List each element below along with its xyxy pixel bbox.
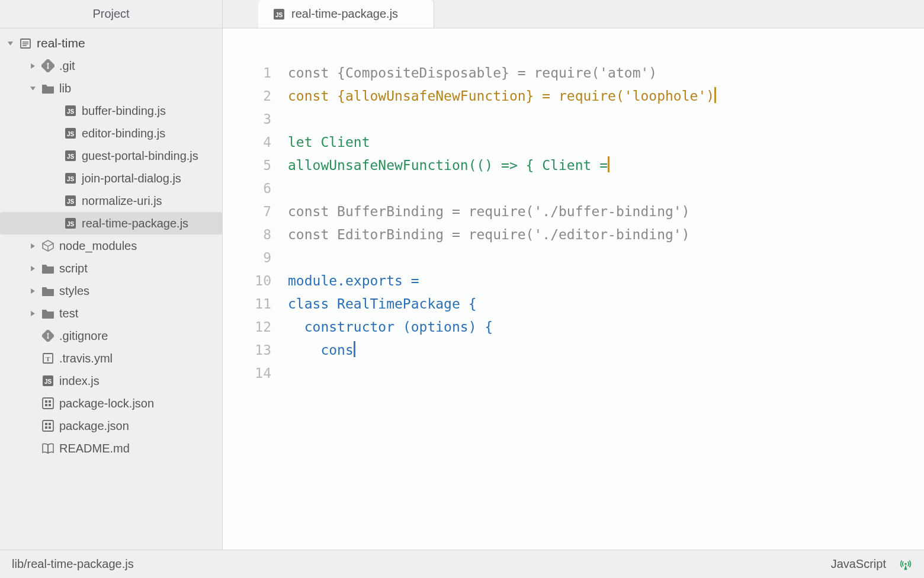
tab-label: real-time-package.js	[291, 7, 398, 21]
arrow-spacer	[28, 332, 37, 340]
tree-item[interactable]: styles	[0, 280, 222, 302]
tree-item[interactable]: T.travis.yml	[0, 347, 222, 370]
json-icon	[41, 397, 54, 410]
status-language[interactable]: JavaScript	[831, 557, 886, 571]
tree-root-label: real-time	[37, 36, 85, 50]
book-icon	[41, 442, 54, 455]
tree-item-label: real-time-package.js	[82, 217, 188, 230]
project-icon	[19, 37, 32, 50]
tree-item[interactable]: JSeditor-binding.js	[0, 122, 222, 144]
folder-icon	[41, 284, 54, 297]
chevron-down-icon[interactable]	[28, 84, 37, 92]
code-editor[interactable]: const {CompositeDisposable} = require('a…	[288, 62, 924, 550]
svg-rect-36	[45, 423, 47, 425]
tree-item[interactable]: JSreal-time-package.js	[0, 212, 222, 235]
remote-cursor	[714, 87, 716, 103]
tree-item-label: node_modules	[59, 239, 137, 253]
tree-item-label: guest-portal-binding.js	[82, 149, 198, 163]
status-right: JavaScript	[831, 557, 912, 571]
svg-rect-34	[49, 404, 51, 406]
svg-rect-38	[45, 426, 47, 429]
tree-item[interactable]: script	[0, 257, 222, 280]
arrow-spacer	[28, 377, 37, 385]
tree-item-label: index.js	[59, 374, 100, 388]
main-area: Project real-time.gitlibJSbuffer-binding…	[0, 0, 924, 550]
tree-item-label: normalize-uri.js	[82, 194, 162, 208]
svg-text:JS: JS	[44, 378, 52, 385]
tree-item[interactable]: JSjoin-portal-dialog.js	[0, 167, 222, 190]
svg-point-7	[47, 67, 49, 69]
tab-spacer	[223, 0, 258, 28]
chevron-down-icon[interactable]	[6, 39, 14, 47]
sidebar-title: Project	[0, 0, 222, 28]
folder-icon	[41, 262, 54, 275]
file-tree[interactable]: real-time.gitlibJSbuffer-binding.jsJSedi…	[0, 28, 222, 550]
tree-item[interactable]: test	[0, 302, 222, 325]
status-file-path: lib/real-time-package.js	[12, 557, 134, 571]
arrow-spacer	[28, 399, 37, 407]
js-icon: JS	[64, 217, 77, 230]
js-icon: JS	[64, 104, 77, 117]
git-folder-icon	[41, 59, 54, 72]
tree-item-label: editor-binding.js	[82, 127, 165, 140]
tab-bar: JS real-time-package.js	[223, 0, 924, 28]
arrow-spacer	[51, 152, 59, 160]
tree-item[interactable]: JSguest-portal-binding.js	[0, 144, 222, 167]
arrow-spacer	[28, 422, 37, 430]
svg-point-25	[47, 337, 49, 339]
broadcast-icon[interactable]	[899, 558, 912, 571]
chevron-right-icon[interactable]	[28, 287, 37, 295]
json-icon	[41, 419, 54, 432]
git-file-icon	[41, 329, 54, 342]
project-sidebar: Project real-time.gitlibJSbuffer-binding…	[0, 0, 223, 550]
tree-item[interactable]: lib	[0, 77, 222, 99]
tree-item[interactable]: package-lock.json	[0, 392, 222, 415]
svg-text:JS: JS	[67, 131, 75, 137]
app-root: Project real-time.gitlibJSbuffer-binding…	[0, 0, 924, 578]
tree-item-label: styles	[59, 284, 89, 298]
folder-icon	[41, 307, 54, 320]
svg-text:T: T	[46, 355, 50, 362]
chevron-right-icon[interactable]	[28, 309, 37, 317]
js-icon: JS	[41, 374, 54, 387]
chevron-right-icon[interactable]	[28, 264, 37, 272]
tree-item[interactable]: package.json	[0, 415, 222, 437]
tree-root[interactable]: real-time	[0, 32, 222, 54]
svg-rect-39	[49, 426, 51, 429]
svg-point-5	[47, 63, 49, 65]
tree-item[interactable]: JSnormalize-uri.js	[0, 190, 222, 212]
tree-item[interactable]: JSindex.js	[0, 370, 222, 392]
tree-item[interactable]: node_modules	[0, 235, 222, 257]
folder-icon	[41, 82, 54, 95]
tab-active[interactable]: JS real-time-package.js	[258, 0, 434, 28]
svg-rect-32	[49, 400, 51, 403]
svg-rect-37	[49, 423, 51, 425]
tree-item-label: .travis.yml	[59, 352, 113, 365]
arrow-spacer	[28, 444, 37, 452]
tree-item-label: buffer-binding.js	[82, 104, 166, 118]
tree-item-label: package.json	[59, 419, 129, 433]
remote-cursor	[608, 156, 609, 172]
tree-item[interactable]: README.md	[0, 437, 222, 460]
svg-text:JS: JS	[275, 11, 283, 18]
line-number-gutter: 1234567891011121314	[223, 62, 288, 550]
node-modules-icon	[41, 239, 54, 252]
svg-rect-31	[45, 400, 47, 403]
tree-item[interactable]: .git	[0, 54, 222, 77]
svg-text:JS: JS	[67, 221, 75, 227]
editor-area: JS real-time-package.js 1234567891011121…	[223, 0, 924, 550]
js-icon: JS	[64, 172, 77, 185]
code-area: 1234567891011121314 const {CompositeDisp…	[223, 28, 924, 550]
svg-rect-30	[43, 398, 53, 409]
js-icon: JS	[64, 127, 77, 140]
tree-item-label: .git	[59, 59, 75, 73]
tree-item[interactable]: JSbuffer-binding.js	[0, 99, 222, 122]
tree-item-label: lib	[59, 82, 71, 95]
chevron-right-icon[interactable]	[28, 242, 37, 250]
svg-text:JS: JS	[67, 176, 75, 182]
text-cursor	[354, 341, 355, 357]
tree-item[interactable]: .gitignore	[0, 325, 222, 347]
chevron-right-icon[interactable]	[28, 62, 37, 70]
arrow-spacer	[51, 107, 59, 115]
arrow-spacer	[51, 129, 59, 137]
